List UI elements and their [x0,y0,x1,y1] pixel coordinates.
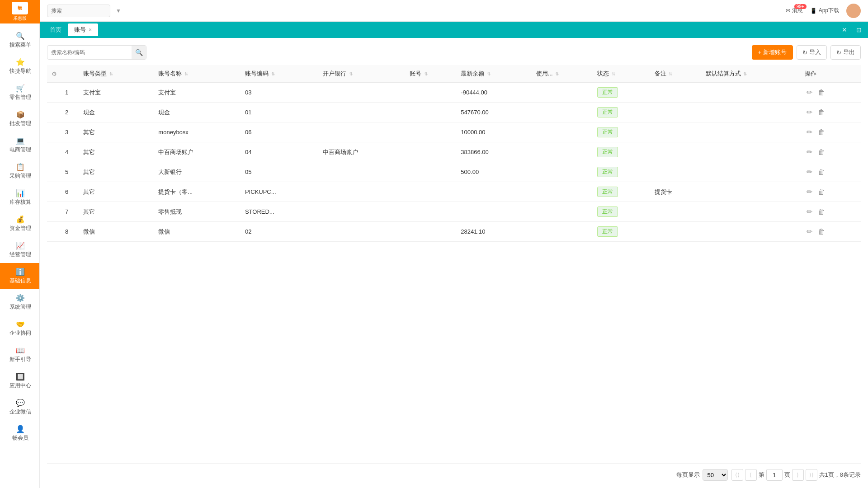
delete-btn-1[interactable]: 🗑 [816,88,827,98]
sidebar-item-finance[interactable]: 💰资金管理 [0,211,39,237]
row-account-name-2: 现金 [155,103,241,122]
row-default-settlement-3 [702,122,801,142]
per-page-select[interactable]: 50 100 200 [703,469,728,481]
edit-btn-1[interactable]: ✏ [805,87,814,98]
col-status[interactable]: 状态 ⇅ [594,65,651,83]
col-account-no[interactable]: 账号 ⇅ [406,65,457,83]
sidebar-item-app_center[interactable]: 🔲应用中心 [0,368,39,394]
edit-btn-2[interactable]: ✏ [805,107,814,117]
delete-btn-2[interactable]: 🗑 [816,108,827,117]
col-account-type[interactable]: 账号类型 ⇅ [80,65,155,83]
row-account-name-5: 大新银行 [155,162,241,182]
row-operation-1: ✏ 🗑 [801,83,861,103]
sidebar-item-wholesale[interactable]: 📦批发管理 [0,106,39,132]
page-number-input[interactable] [766,469,783,481]
col-bank[interactable]: 开户银行 ⇅ [319,65,406,83]
sidebar-item-member[interactable]: 👤畅会员 [0,420,39,446]
column-settings-icon[interactable]: ⚙ [52,70,57,77]
row-account-type-3: 其它 [80,122,155,142]
tab-account[interactable]: 账号 × [68,23,98,36]
row-default-settlement-4 [702,142,801,162]
row-settings-3 [47,122,61,142]
edit-btn-7[interactable]: ✏ [805,206,814,217]
edit-btn-6[interactable]: ✏ [805,187,814,197]
sidebar-label-purchase: 采购管理 [9,172,31,180]
next-page-btn[interactable]: ⟩ [792,469,804,481]
sidebar-item-system[interactable]: ⚙️系统管理 [0,289,39,315]
tab-account-close[interactable]: × [89,27,92,33]
sidebar-item-inventory[interactable]: 📊库存核算 [0,184,39,211]
col-usage[interactable]: 使用... ⇅ [533,65,594,83]
user-avatar[interactable] [846,4,861,18]
account-search-input[interactable] [47,49,132,56]
row-settings-1 [47,83,61,103]
import-button[interactable]: ↻ 导入 [797,45,827,60]
topbar-search[interactable] [47,5,110,17]
account-search-button[interactable]: 🔍 [132,45,146,60]
edit-btn-4[interactable]: ✏ [805,147,814,157]
sidebar-label-operations: 经营管理 [9,251,31,258]
last-page-btn[interactable]: ⟩⟩ [806,469,817,481]
delete-btn-6[interactable]: 🗑 [816,187,827,197]
delete-btn-7[interactable]: 🗑 [816,207,827,217]
table-row: 3 其它 moneybosx 06 10000.00 正常 ✏ 🗑 [47,122,861,142]
tab-close-action[interactable]: ✕ [839,24,850,35]
tab-home[interactable]: 首页 [43,23,68,36]
delete-btn-8[interactable]: 🗑 [816,227,827,237]
sidebar-item-wechat[interactable]: 💬企业微信 [0,394,39,420]
col-account-name[interactable]: 账号名称 ⇅ [155,65,241,83]
col-balance[interactable]: 最新余额 ⇅ [457,65,532,83]
row-account-name-1: 支付宝 [155,83,241,103]
row-status-2: 正常 [594,103,651,122]
row-account-no-1 [406,83,457,103]
topbar-dropdown-arrow[interactable]: ▼ [116,8,121,14]
message-button[interactable]: ✉ 消息 99+ [786,7,803,14]
delete-btn-3[interactable]: 🗑 [816,127,827,137]
sidebar-icon-retail: 🛒 [16,84,25,93]
first-page-btn[interactable]: ⟨⟨ [731,469,743,481]
sidebar-item-ecommerce[interactable]: 💻电商管理 [0,132,39,158]
sidebar-item-basic[interactable]: ℹ️基础信息 [0,263,39,289]
tab-account-label: 账号 [74,26,86,34]
row-status-1: 正常 [594,83,651,103]
sidebar-nav: 🔍搜索菜单⭐快捷导航🛒零售管理📦批发管理💻电商管理📋采购管理📊库存核算💰资金管理… [0,23,39,488]
col-account-code[interactable]: 账号编码 ⇅ [241,65,319,83]
sidebar-label-finance: 资金管理 [9,225,31,232]
sidebar-item-shortcuts[interactable]: ⭐快捷导航 [0,53,39,80]
delete-btn-5[interactable]: 🗑 [816,167,827,177]
sidebar-icon-agreement: 🤝 [16,320,25,328]
prev-page-btn[interactable]: ⟨ [745,469,757,481]
edit-btn-5[interactable]: ✏ [805,167,814,177]
sidebar-item-search[interactable]: 🔍搜索菜单 [0,27,39,53]
edit-btn-3[interactable]: ✏ [805,127,814,137]
sidebar-icon-purchase: 📋 [16,163,25,171]
row-usage-1 [533,83,594,103]
row-settings-8 [47,222,61,242]
edit-btn-8[interactable]: ✏ [805,226,814,237]
message-badge: 99+ [794,4,807,9]
col-index [61,65,80,83]
add-account-button[interactable]: + 新增账号 [752,45,793,60]
page-nav: ⟨⟨ ⟨ 第 页 ⟩ ⟩⟩ 共1页，8条记录 [731,469,861,481]
row-remark-6: 提货卡 [651,182,702,202]
delete-btn-4[interactable]: 🗑 [816,147,827,157]
sidebar-item-purchase[interactable]: 📋采购管理 [0,158,39,184]
sidebar-item-retail[interactable]: 🛒零售管理 [0,80,39,106]
app-download-button[interactable]: 📱 App下载 [810,7,839,14]
content-toolbar: 🔍 + 新增账号 ↻ 导入 ↻ 导出 [47,45,861,60]
col-remark[interactable]: 备注 ⇅ [651,65,702,83]
tab-restore-action[interactable]: ⊡ [854,24,864,35]
sidebar-label-search: 搜索菜单 [9,41,31,49]
sidebar-label-inventory: 库存核算 [9,198,31,206]
export-button[interactable]: ↻ 导出 [830,45,861,60]
row-usage-8 [533,222,594,242]
row-index-2: 2 [61,103,80,122]
row-settings-6 [47,182,61,202]
sidebar-item-agreement[interactable]: 🤝企业协同 [0,315,39,342]
row-bank-3 [319,122,406,142]
sidebar-item-guide[interactable]: 📖新手引导 [0,342,39,368]
tab-bar: 首页 账号 × ✕ ⊡ [40,22,868,38]
row-remark-8 [651,222,702,242]
col-default-settlement[interactable]: 默认结算方式 ⇅ [702,65,801,83]
sidebar-item-operations[interactable]: 📈经营管理 [0,237,39,263]
